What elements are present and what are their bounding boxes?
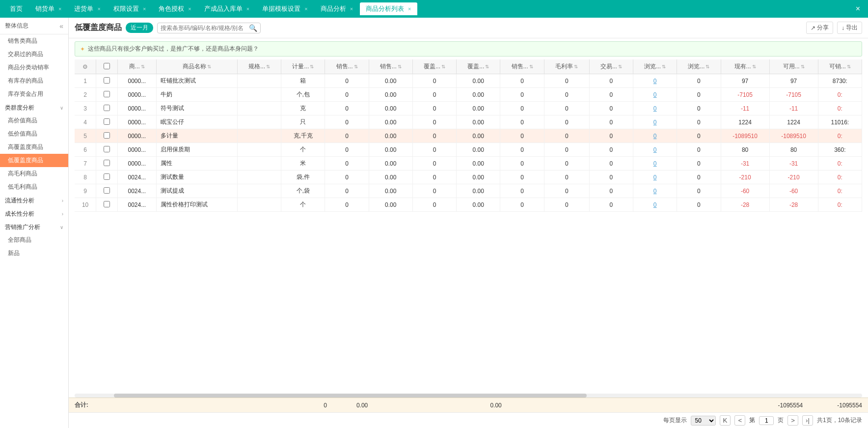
sidebar-item-high-value[interactable]: 高价值商品	[0, 114, 68, 127]
close-icon[interactable]: ×	[246, 6, 249, 12]
col-sales3[interactable]: 销售...⇅	[500, 59, 544, 74]
row-browse1[interactable]: 0	[633, 129, 677, 143]
nav-tab-home[interactable]: 首页	[4, 2, 28, 15]
close-icon[interactable]: ×	[143, 6, 146, 12]
page-number-input[interactable]	[759, 416, 774, 425]
close-icon[interactable]: ×	[304, 6, 307, 12]
nav-tab-permissions[interactable]: 权限设置 ×	[108, 2, 152, 15]
next-page-button[interactable]: >	[787, 415, 798, 426]
sidebar-collapse-button[interactable]: «	[59, 22, 63, 30]
row-margin: 0	[544, 102, 589, 115]
row-cov2: 0.00	[457, 102, 500, 115]
sidebar-item-inventory-capital[interactable]: 库存资金占用	[0, 87, 68, 101]
nav-tab-analysis-list[interactable]: 商品分析列表 ×	[360, 2, 417, 15]
col-cov1[interactable]: 覆盖...⇅	[412, 59, 456, 74]
col-cov2[interactable]: 覆盖...⇅	[457, 59, 500, 74]
close-icon[interactable]: ×	[58, 6, 61, 12]
row-checkbox[interactable]	[96, 157, 118, 171]
row-checkbox[interactable]	[96, 129, 118, 143]
nav-tab-template[interactable]: 单据模板设置 ×	[256, 2, 313, 15]
row-checkbox[interactable]	[96, 88, 118, 102]
row-checkbox[interactable]	[96, 198, 118, 212]
sidebar-item-high-coverage[interactable]: 高覆盖度商品	[0, 141, 68, 154]
nav-tab-roles[interactable]: 角色授权 ×	[153, 2, 197, 15]
close-icon[interactable]: ×	[188, 6, 191, 12]
row-browse1[interactable]: 0	[633, 143, 677, 157]
nav-tab-sales[interactable]: 销货单 ×	[29, 2, 67, 15]
settings-icon[interactable]: ⚙	[82, 63, 88, 70]
sidebar-item-stocked-goods[interactable]: 有库存的商品	[0, 74, 68, 87]
col-browse1[interactable]: 浏览...⇅	[633, 59, 677, 74]
col-code[interactable]: 商...⇅	[118, 59, 157, 74]
last-page-button[interactable]: ›|	[802, 415, 813, 426]
data-table-container[interactable]: ⚙ 商...⇅ 商品名称⇅ 规格...⇅ 计量...⇅ 销售...⇅ 销售...…	[75, 59, 862, 394]
row-browse1[interactable]: 0	[633, 184, 677, 198]
col-unit[interactable]: 计量...⇅	[281, 59, 325, 74]
sidebar-group-marketing[interactable]: 营销推广分析 ∨	[0, 220, 68, 233]
col-stock-sell[interactable]: 可销...⇅	[818, 59, 862, 74]
row-spec	[237, 143, 281, 157]
row-cov1: 0	[412, 74, 456, 88]
col-sales-amt[interactable]: 销售...⇅	[369, 59, 412, 74]
col-sales-qty[interactable]: 销售...⇅	[325, 59, 369, 74]
sidebar-item-high-margin[interactable]: 高毛利商品	[0, 167, 68, 180]
nav-tab-analysis[interactable]: 商品分析 ×	[315, 2, 359, 15]
row-browse1[interactable]: 0	[633, 74, 677, 88]
row-checkbox[interactable]	[96, 115, 118, 129]
col-stock-avail[interactable]: 可用...⇅	[769, 59, 818, 74]
row-browse1[interactable]: 0	[633, 115, 677, 129]
horizontal-scrollbar[interactable]	[75, 394, 862, 398]
row-browse1[interactable]: 0	[633, 171, 677, 184]
close-icon[interactable]: ×	[408, 6, 411, 12]
row-browse1[interactable]: 0	[633, 198, 677, 212]
nav-tab-purchase[interactable]: 进货单 ×	[68, 2, 106, 15]
nav-tab-production[interactable]: 产成品入库单 ×	[198, 2, 255, 15]
row-browse1[interactable]: 0	[633, 102, 677, 115]
col-margin[interactable]: 毛利率⇅	[544, 59, 589, 74]
sidebar-item-low-margin[interactable]: 低毛利商品	[0, 180, 68, 194]
export-button[interactable]: ↓ 导出	[837, 22, 862, 34]
first-page-button[interactable]: K	[720, 415, 731, 426]
sidebar-group-cluster-analysis[interactable]: 类群度分析 ∨	[0, 101, 68, 114]
sidebar-item-traded-goods[interactable]: 交易过的商品	[0, 48, 68, 61]
page-size-select[interactable]: 50 100 200	[691, 416, 716, 426]
row-checkbox[interactable]	[96, 184, 118, 198]
row-browse2: 0	[677, 157, 721, 171]
col-name[interactable]: 商品名称⇅	[156, 59, 237, 74]
sidebar-item-low-coverage[interactable]: 低覆盖度商品	[0, 154, 68, 167]
col-checkbox[interactable]	[96, 59, 118, 74]
select-all-checkbox[interactable]	[104, 63, 110, 69]
row-checkbox[interactable]	[96, 102, 118, 115]
sidebar-item-new-goods[interactable]: 新品	[0, 247, 68, 260]
row-browse1[interactable]: 0	[633, 157, 677, 171]
row-stock-current: 1224	[721, 115, 769, 129]
col-gear[interactable]: ⚙	[75, 59, 96, 74]
row-sales-qty: 0	[325, 171, 369, 184]
scrollbar-thumb[interactable]	[114, 394, 586, 398]
prev-page-button[interactable]: <	[734, 415, 745, 426]
sidebar-group-growth[interactable]: 成长性分析 ›	[0, 207, 68, 220]
row-spec	[237, 102, 281, 115]
col-browse2[interactable]: 浏览...⇅	[677, 59, 721, 74]
window-close-button[interactable]: ×	[852, 4, 864, 13]
sidebar-item-sales-goods[interactable]: 销售类商品	[0, 34, 68, 48]
sidebar-item-category-rate[interactable]: 商品分类动销率	[0, 61, 68, 74]
row-checkbox[interactable]	[96, 74, 118, 88]
close-icon[interactable]: ×	[97, 6, 100, 12]
sidebar-group-circulation[interactable]: 流通性分析 ›	[0, 194, 68, 207]
search-icon[interactable]: 🔍	[249, 24, 257, 32]
row-checkbox[interactable]	[96, 171, 118, 184]
row-browse1[interactable]: 0	[633, 88, 677, 102]
row-margin: 0	[544, 88, 589, 102]
col-spec[interactable]: 规格...⇅	[237, 59, 281, 74]
close-icon[interactable]: ×	[350, 6, 353, 12]
search-input[interactable]	[161, 25, 249, 31]
col-stock-current[interactable]: 现有...⇅	[721, 59, 769, 74]
sidebar-item-low-value[interactable]: 低价值商品	[0, 127, 68, 141]
sidebar-item-all-goods[interactable]: 全部商品	[0, 233, 68, 247]
row-code: 0000...	[118, 102, 157, 115]
col-trade[interactable]: 交易...⇅	[589, 59, 633, 74]
share-button[interactable]: ↗ 分享	[806, 22, 833, 34]
row-checkbox[interactable]	[96, 143, 118, 157]
period-button[interactable]: 近一月	[126, 23, 153, 33]
